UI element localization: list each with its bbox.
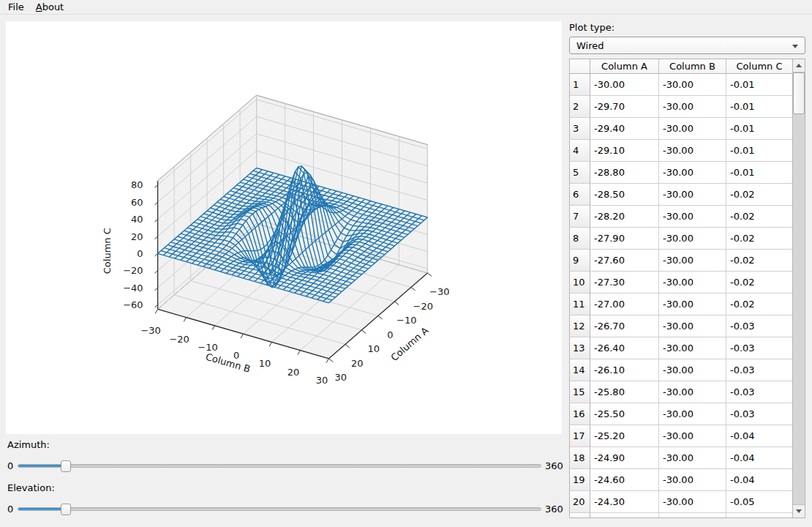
row-header[interactable]: 13 xyxy=(570,337,590,359)
table-row[interactable]: 19-24.60-30.00-0.04 xyxy=(570,469,805,491)
cell-column-a[interactable]: -29.70 xyxy=(590,96,659,118)
azimuth-slider[interactable] xyxy=(18,464,541,468)
table-row[interactable]: 8-27.90-30.00-0.02 xyxy=(570,228,805,250)
cell-column-a[interactable]: -24.30 xyxy=(590,491,659,513)
cell-column-c[interactable]: -0.04 xyxy=(726,469,793,491)
elevation-slider[interactable] xyxy=(18,507,541,511)
cell-column-b[interactable]: -30.00 xyxy=(659,469,726,491)
cell-column-c[interactable]: -0.01 xyxy=(726,74,793,96)
table-row[interactable]: 20-24.30-30.00-0.05 xyxy=(570,491,805,513)
elevation-slider-handle[interactable] xyxy=(61,504,71,515)
cell-column-b[interactable]: -30.00 xyxy=(659,118,726,140)
cell-column-b[interactable]: -30.00 xyxy=(659,184,726,206)
cell-column-c[interactable] xyxy=(726,513,793,518)
cell-column-c[interactable]: -0.05 xyxy=(726,491,793,513)
cell-column-a[interactable]: -26.40 xyxy=(590,337,659,359)
cell-column-c[interactable]: -0.02 xyxy=(726,184,793,206)
cell-column-b[interactable]: -30.00 xyxy=(659,74,726,96)
row-header[interactable]: 1 xyxy=(570,74,590,96)
cell-column-a[interactable]: -26.70 xyxy=(590,315,659,337)
cell-column-a[interactable]: -25.50 xyxy=(590,403,659,425)
row-header[interactable]: 2 xyxy=(570,96,590,118)
cell-column-c[interactable]: -0.03 xyxy=(726,337,793,359)
cell-column-c[interactable]: -0.01 xyxy=(726,140,793,162)
cell-column-b[interactable]: -30.00 xyxy=(659,359,726,381)
cell-column-b[interactable]: -30.00 xyxy=(659,381,726,403)
row-header[interactable]: 19 xyxy=(570,469,590,491)
row-header[interactable]: 6 xyxy=(570,184,590,206)
table-row[interactable]: 16-25.50-30.00-0.03 xyxy=(570,403,805,425)
cell-column-b[interactable] xyxy=(659,513,726,518)
scrollbar-down-button[interactable] xyxy=(793,504,805,517)
cell-column-a[interactable]: -30.00 xyxy=(590,74,659,96)
table-row[interactable] xyxy=(570,513,805,518)
row-header[interactable]: 17 xyxy=(570,425,590,447)
cell-column-b[interactable]: -30.00 xyxy=(659,491,726,513)
row-header[interactable]: 15 xyxy=(570,381,590,403)
table-row[interactable]: 17-25.20-30.00-0.04 xyxy=(570,425,805,447)
cell-column-b[interactable]: -30.00 xyxy=(659,272,726,294)
menu-file[interactable]: File xyxy=(2,1,30,13)
scrollbar-up-button[interactable] xyxy=(793,59,805,72)
cell-column-a[interactable]: -28.80 xyxy=(590,162,659,184)
cell-column-b[interactable]: -30.00 xyxy=(659,337,726,359)
cell-column-a[interactable]: -26.10 xyxy=(590,359,659,381)
cell-column-c[interactable]: -0.03 xyxy=(726,403,793,425)
table-row[interactable]: 2-29.70-30.00-0.01 xyxy=(570,96,805,118)
corner-header-cell[interactable] xyxy=(570,59,590,74)
table-row[interactable]: 10-27.30-30.00-0.02 xyxy=(570,272,805,294)
row-header[interactable]: 3 xyxy=(570,118,590,140)
table-row[interactable]: 12-26.70-30.00-0.03 xyxy=(570,315,805,337)
cell-column-b[interactable]: -30.00 xyxy=(659,140,726,162)
cell-column-c[interactable]: -0.03 xyxy=(726,359,793,381)
cell-column-a[interactable]: -24.60 xyxy=(590,469,659,491)
row-header[interactable]: 11 xyxy=(570,294,590,315)
cell-column-c[interactable]: -0.02 xyxy=(726,250,793,272)
table-row[interactable]: 14-26.10-30.00-0.03 xyxy=(570,359,805,381)
row-header[interactable]: 14 xyxy=(570,359,590,381)
cell-column-c[interactable]: -0.02 xyxy=(726,272,793,294)
cell-column-b[interactable]: -30.00 xyxy=(659,425,726,447)
cell-column-a[interactable]: -27.30 xyxy=(590,272,659,294)
table-row[interactable]: 5-28.80-30.00-0.01 xyxy=(570,162,805,184)
menu-about[interactable]: About xyxy=(30,1,69,13)
plot-3d-canvas[interactable]: −30−20−100102030−30−20−100102030−60−40−2… xyxy=(6,21,562,434)
table-row[interactable]: 6-28.50-30.00-0.02 xyxy=(570,184,805,206)
table-row[interactable]: 18-24.90-30.00-0.04 xyxy=(570,447,805,469)
cell-column-a[interactable]: -29.40 xyxy=(590,118,659,140)
cell-column-b[interactable]: -30.00 xyxy=(659,250,726,272)
cell-column-b[interactable]: -30.00 xyxy=(659,403,726,425)
cell-column-c[interactable]: -0.02 xyxy=(726,228,793,250)
table-row[interactable]: 9-27.60-30.00-0.02 xyxy=(570,250,805,272)
table-row[interactable]: 15-25.80-30.00-0.03 xyxy=(570,381,805,403)
row-header[interactable]: 10 xyxy=(570,272,590,294)
cell-column-c[interactable]: -0.04 xyxy=(726,425,793,447)
row-header[interactable] xyxy=(570,513,590,518)
scrollbar-thumb[interactable] xyxy=(793,72,805,114)
cell-column-c[interactable]: -0.02 xyxy=(726,206,793,228)
column-header-c[interactable]: Column C xyxy=(726,59,793,74)
table-row[interactable]: 13-26.40-30.00-0.03 xyxy=(570,337,805,359)
plot-type-select[interactable]: Wired xyxy=(569,37,805,54)
row-header[interactable]: 4 xyxy=(570,140,590,162)
cell-column-b[interactable]: -30.00 xyxy=(659,294,726,315)
row-header[interactable]: 5 xyxy=(570,162,590,184)
cell-column-a[interactable] xyxy=(590,513,659,518)
row-header[interactable]: 9 xyxy=(570,250,590,272)
cell-column-a[interactable]: -24.90 xyxy=(590,447,659,469)
cell-column-c[interactable]: -0.03 xyxy=(726,315,793,337)
table-row[interactable]: 11-27.00-30.00-0.02 xyxy=(570,294,805,315)
row-header[interactable]: 12 xyxy=(570,315,590,337)
cell-column-b[interactable]: -30.00 xyxy=(659,447,726,469)
table-row[interactable]: 1-30.00-30.00-0.01 xyxy=(570,74,805,96)
table-scrollbar[interactable] xyxy=(792,59,805,517)
plot-figure[interactable]: −30−20−100102030−30−20−100102030−60−40−2… xyxy=(6,21,562,434)
cell-column-b[interactable]: -30.00 xyxy=(659,315,726,337)
cell-column-c[interactable]: -0.01 xyxy=(726,96,793,118)
column-header-b[interactable]: Column B xyxy=(659,59,726,74)
cell-column-a[interactable]: -27.90 xyxy=(590,228,659,250)
row-header[interactable]: 20 xyxy=(570,491,590,513)
cell-column-a[interactable]: -27.60 xyxy=(590,250,659,272)
row-header[interactable]: 18 xyxy=(570,447,590,469)
cell-column-b[interactable]: -30.00 xyxy=(659,206,726,228)
